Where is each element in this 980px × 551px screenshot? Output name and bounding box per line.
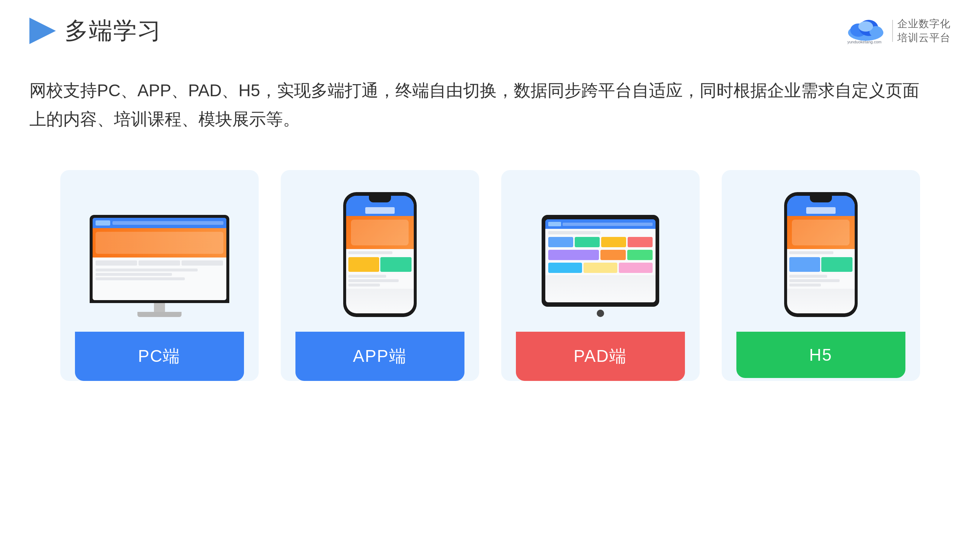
tablet-device-pad bbox=[542, 215, 659, 317]
monitor-stand-base bbox=[137, 312, 181, 317]
monitor-stand-neck bbox=[154, 303, 165, 312]
description-line2: 上的内容、培训课程、模块展示等。 bbox=[29, 105, 951, 133]
pc-button[interactable]: PC端 bbox=[75, 332, 244, 381]
phone-notch-h5 bbox=[810, 196, 832, 202]
phone-screen-app bbox=[346, 196, 414, 313]
description: 网校支持PC、APP、PAD、H5，实现多端打通，终端自由切换，数据同步跨平台自… bbox=[29, 76, 951, 133]
phone-body-app bbox=[343, 192, 417, 317]
svg-point-5 bbox=[858, 21, 873, 32]
pc-card: PC端 bbox=[60, 170, 259, 381]
h5-card: H5 bbox=[722, 170, 920, 381]
phone-body-h5 bbox=[784, 192, 858, 317]
cards-section: PC端 bbox=[29, 170, 951, 381]
svg-marker-0 bbox=[29, 17, 56, 44]
tablet-home-btn bbox=[597, 310, 604, 317]
phone-device-h5 bbox=[784, 192, 858, 317]
pad-button[interactable]: PAD端 bbox=[516, 332, 685, 381]
phone-device-app bbox=[343, 192, 417, 317]
app-card: APP端 bbox=[281, 170, 479, 381]
svg-text:yunduoketang.com: yunduoketang.com bbox=[847, 40, 881, 44]
logo-tagline1: 企业数字化 bbox=[897, 17, 951, 31]
monitor-screen bbox=[92, 218, 226, 300]
phone-screen-h5 bbox=[787, 196, 855, 313]
header-right: yunduoketang.com 企业数字化 培训云平台 bbox=[844, 16, 951, 46]
phone-notch-app bbox=[369, 196, 391, 202]
app-button[interactable]: APP端 bbox=[296, 332, 465, 381]
logo-tagline2: 培训云平台 bbox=[897, 31, 951, 45]
h5-device bbox=[737, 192, 905, 317]
logo-text: 企业数字化 培训云平台 bbox=[897, 17, 951, 45]
h5-button[interactable]: H5 bbox=[737, 332, 905, 378]
header-left: 多端学习 bbox=[29, 15, 162, 47]
pc-device bbox=[75, 192, 244, 317]
tablet-screen-pad bbox=[545, 219, 655, 302]
logo-cloud: yunduoketang.com 企业数字化 培训云平台 bbox=[844, 16, 951, 46]
pad-device bbox=[516, 192, 685, 317]
pad-card: PAD端 bbox=[501, 170, 700, 381]
monitor-device bbox=[90, 215, 229, 317]
description-line1: 网校支持PC、APP、PAD、H5，实现多端打通，终端自由切换，数据同步跨平台自… bbox=[29, 76, 951, 105]
app-device bbox=[296, 192, 465, 317]
header: 多端学习 yunduoketang.com 企业数字化 培训云平台 bbox=[0, 0, 980, 47]
tablet-body-pad bbox=[542, 215, 659, 307]
play-icon bbox=[29, 17, 56, 44]
logo-divider bbox=[892, 20, 893, 42]
page-title: 多端学习 bbox=[65, 15, 162, 47]
monitor-body bbox=[90, 215, 229, 303]
cloud-logo-icon: yunduoketang.com bbox=[844, 16, 888, 46]
